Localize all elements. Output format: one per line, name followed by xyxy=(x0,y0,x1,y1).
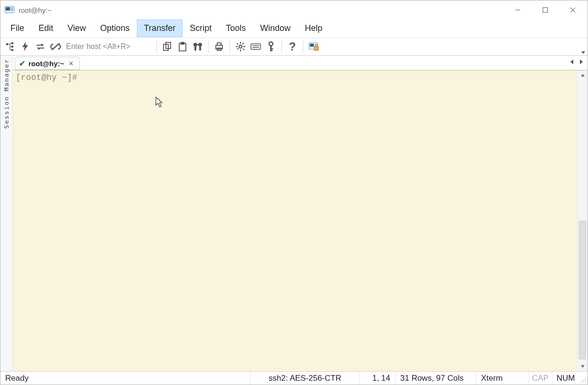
close-button[interactable] xyxy=(559,0,587,20)
menu-view[interactable]: View xyxy=(60,20,93,37)
tab-nav xyxy=(569,58,585,66)
terminal[interactable]: [root@hy ~]# xyxy=(13,70,577,371)
svg-rect-5 xyxy=(543,8,548,12)
svg-rect-3 xyxy=(10,10,13,10)
app-icon xyxy=(4,5,15,15)
menu-script[interactable]: Script xyxy=(183,20,219,37)
svg-rect-24 xyxy=(217,48,221,50)
connected-check-icon: ✔ xyxy=(19,59,25,68)
toolbar-separator xyxy=(230,40,230,53)
svg-point-52 xyxy=(581,382,582,383)
tab-label: root@hy:~ xyxy=(29,59,64,68)
status-termtype: Xterm xyxy=(476,372,529,385)
reconnect-icon[interactable] xyxy=(33,39,48,54)
key-icon[interactable] xyxy=(264,39,278,54)
svg-point-54 xyxy=(585,378,586,379)
svg-marker-46 xyxy=(580,59,583,64)
print-icon[interactable] xyxy=(212,39,226,54)
session-tab[interactable]: ✔ root@hy:~ ✕ xyxy=(15,57,80,70)
toolbar-separator xyxy=(281,40,282,53)
svg-rect-22 xyxy=(216,45,222,49)
menu-file[interactable]: File xyxy=(3,20,31,37)
terminal-prompt: [root@hy ~]# xyxy=(16,73,77,82)
svg-marker-44 xyxy=(581,51,585,54)
tab-next-icon[interactable] xyxy=(578,58,585,66)
menu-transfer[interactable]: Transfer xyxy=(137,20,183,37)
menubar: File Edit View Options Transfer Script T… xyxy=(0,20,588,38)
svg-rect-9 xyxy=(11,42,13,44)
scroll-down-icon[interactable] xyxy=(578,362,588,371)
toolbar-overflow-icon[interactable] xyxy=(581,49,586,54)
svg-point-37 xyxy=(269,42,273,46)
menu-window[interactable]: Window xyxy=(253,20,298,37)
svg-point-51 xyxy=(585,380,586,381)
terminal-wrap: [root@hy ~]# xyxy=(13,70,588,371)
svg-rect-2 xyxy=(10,8,13,9)
svg-rect-30 xyxy=(236,43,238,45)
svg-rect-27 xyxy=(240,49,241,51)
paste-icon[interactable] xyxy=(175,39,190,54)
menu-help[interactable]: Help xyxy=(298,20,329,37)
menu-tools[interactable]: Tools xyxy=(219,20,253,37)
svg-rect-28 xyxy=(236,46,238,47)
status-cursor: 1, 14 xyxy=(360,372,395,385)
svg-marker-47 xyxy=(581,74,585,77)
status-cap: CAP xyxy=(529,372,552,385)
svg-rect-43 xyxy=(314,47,318,50)
quick-connect-icon[interactable] xyxy=(18,39,32,54)
svg-rect-15 xyxy=(179,43,186,51)
keyboard-icon[interactable] xyxy=(249,39,263,54)
svg-rect-33 xyxy=(237,48,239,49)
toolbar-separator xyxy=(303,40,303,53)
svg-rect-41 xyxy=(309,43,318,49)
menu-edit[interactable]: Edit xyxy=(31,20,60,37)
toolbar-separator xyxy=(156,40,157,53)
status-encryption: ssh2: AES-256-CTR xyxy=(251,372,360,385)
session-manager-label: Session Manager xyxy=(3,59,10,128)
session-manager-sidebar[interactable]: Session Manager xyxy=(0,56,13,371)
svg-rect-1 xyxy=(6,7,10,10)
resize-grip-icon[interactable] xyxy=(579,372,588,385)
svg-rect-31 xyxy=(242,48,244,50)
status-size: 31 Rows, 97 Cols xyxy=(395,372,476,385)
svg-point-50 xyxy=(583,382,584,383)
svg-point-49 xyxy=(585,382,586,383)
vertical-scrollbar[interactable] xyxy=(577,70,588,371)
disconnect-icon[interactable] xyxy=(48,39,63,54)
minimize-button[interactable] xyxy=(504,0,531,20)
scrollbar-thumb[interactable] xyxy=(579,221,586,359)
toolbar-separator xyxy=(208,40,209,53)
svg-rect-38 xyxy=(270,45,272,51)
maximize-button[interactable] xyxy=(531,0,559,20)
status-ready: Ready xyxy=(0,372,251,385)
tab-close-icon[interactable]: ✕ xyxy=(67,60,75,67)
find-icon[interactable] xyxy=(191,39,205,54)
svg-rect-8 xyxy=(6,43,8,45)
app-window: root@hy:~ File Edit View Options Transfe… xyxy=(0,0,588,385)
svg-rect-29 xyxy=(243,46,245,47)
host-input[interactable] xyxy=(63,41,154,52)
svg-rect-13 xyxy=(164,44,168,50)
svg-rect-16 xyxy=(181,42,184,44)
copy-icon[interactable] xyxy=(160,39,174,54)
menu-options[interactable]: Options xyxy=(93,20,137,37)
session-tree-icon[interactable] xyxy=(3,39,17,54)
statusbar: Ready ssh2: AES-256-CTR 1, 14 31 Rows, 9… xyxy=(0,371,588,385)
main-column: ✔ root@hy:~ ✕ [root@hy ~]# xyxy=(13,56,588,371)
options-icon[interactable] xyxy=(233,39,248,54)
svg-point-17 xyxy=(193,43,197,47)
help-icon[interactable]: ? xyxy=(285,39,299,54)
body: Session Manager ✔ root@hy:~ ✕ [root@hy ~… xyxy=(0,56,588,371)
svg-rect-40 xyxy=(270,50,273,51)
svg-rect-26 xyxy=(240,42,241,44)
titlebar: root@hy:~ xyxy=(0,0,588,20)
svg-rect-20 xyxy=(199,47,201,50)
lock-session-icon[interactable] xyxy=(307,39,321,54)
mouse-cursor-icon xyxy=(155,97,164,111)
svg-marker-12 xyxy=(22,42,28,51)
tab-prev-icon[interactable] xyxy=(569,58,575,66)
toolbar: ? xyxy=(0,38,588,56)
svg-rect-23 xyxy=(217,43,221,45)
svg-rect-42 xyxy=(310,44,314,47)
scroll-up-icon[interactable] xyxy=(578,70,588,80)
